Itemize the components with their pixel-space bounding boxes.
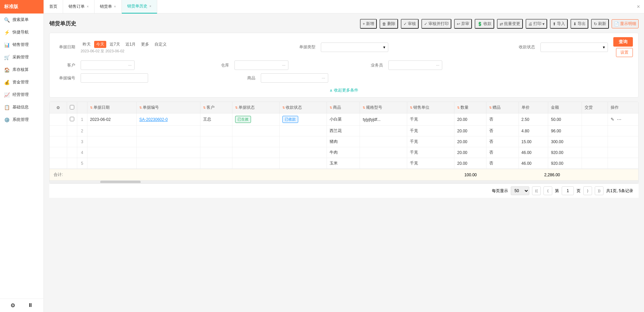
date-opt-yesterday[interactable]: 昨天 (81, 41, 93, 48)
th-doc-no[interactable]: ⇅ 单据编号 (137, 102, 200, 113)
th-customer[interactable]: ⇅ 客户 (200, 102, 232, 113)
th-date[interactable]: ⇅ 单据日期 (87, 102, 136, 113)
td-transaction-2 (582, 126, 608, 136)
doc-no-link-1[interactable]: SA-20230602-0 (139, 117, 168, 122)
sidebar-item-operations[interactable]: 📈 经营管理 (0, 88, 44, 101)
date-sort: ⇅ 单据日期 (90, 105, 134, 110)
date-opt-1month[interactable]: 近1月 (123, 41, 138, 48)
sidebar-bottom-icon1[interactable]: ⚙ (10, 302, 15, 309)
td-actions-3 (608, 136, 638, 147)
collect-status-sort: ⇅ 收款状态 (282, 105, 324, 110)
tab-sales-order-close[interactable]: × (87, 5, 89, 8)
select-all-checkbox[interactable] (70, 105, 74, 109)
collect-button[interactable]: 💲 收款 (475, 19, 494, 29)
th-settings[interactable]: ⚙ (50, 102, 67, 113)
customer-dots[interactable]: ··· (128, 63, 132, 68)
tab-home[interactable]: 首页 (44, 0, 63, 14)
horizontal-scrollbar[interactable] (50, 180, 638, 183)
sidebar-bottom-icon2[interactable]: ⏸ (28, 302, 33, 309)
th-gift[interactable]: ⇅ 赠品 (486, 102, 519, 113)
audit-print-button[interactable]: ✓ 审核并打印 (421, 19, 451, 29)
refresh-button[interactable]: ↻ 刷新 (591, 19, 609, 29)
sidebar-item-inventory[interactable]: 🏠 库存核算 (0, 63, 44, 76)
tab-sales-history[interactable]: 销货单历史 × (122, 0, 157, 14)
filter-panel: 单据日期 昨天 今天 近7天 近1月 更多 自定义 2023-06-02 至 2… (49, 33, 639, 98)
tab-bar-close-all[interactable]: × (633, 4, 644, 10)
th-doc-status[interactable]: ⇅ 单据状态 (232, 102, 279, 113)
tab-sales-invoice[interactable]: 销货单 × (94, 0, 122, 14)
td-gift-1: 否 (486, 113, 519, 126)
th-quantity[interactable]: ⇅ 数量 (454, 102, 486, 113)
last-page-button[interactable]: ⟩⟩ (595, 186, 604, 195)
sidebar-item-search-menu[interactable]: 🔍 搜索菜单 (0, 14, 44, 26)
td-date-1: 2023-06-02 (87, 113, 136, 126)
td-doc-no-1[interactable]: SA-20230602-0 (137, 113, 200, 126)
sidebar-item-basic-info[interactable]: 📋 基础信息 (0, 101, 44, 113)
goods-sort: ⇅ 商品 (330, 105, 357, 110)
abandon-button[interactable]: ↩ 弃审 (454, 19, 472, 29)
action-icons-1: ✎ ⋯ (611, 117, 636, 122)
sidebar-item-label: 搜索菜单 (12, 17, 29, 23)
td-collect-status-3 (279, 136, 327, 147)
tab-sales-invoice-close[interactable]: × (114, 5, 116, 8)
per-page-select[interactable]: 50 100 200 (511, 186, 529, 195)
td-amount-4: 920.00 (548, 147, 582, 158)
sort-icon: ⇅ (139, 106, 142, 109)
warehouse-dots[interactable]: ··· (282, 63, 285, 68)
td-unit-price-4: 46.00 (519, 147, 548, 158)
th-goods[interactable]: ⇅ 商品 (327, 102, 360, 113)
sidebar-item-sales-mgmt[interactable]: 📊 销售管理 (0, 38, 44, 51)
date-opt-more[interactable]: 更多 (139, 41, 151, 48)
setup-button[interactable]: 设置 (616, 48, 633, 57)
add-button[interactable]: + 新增 (360, 19, 377, 29)
th-unit[interactable]: ⇅ 销售单位 (407, 102, 454, 113)
sort-icon: ⇅ (90, 106, 93, 109)
delete-icon: 🗑 (382, 22, 386, 26)
tab-sales-order[interactable]: 销售订单 × (63, 0, 94, 14)
date-opt-today[interactable]: 今天 (94, 41, 106, 48)
import-button[interactable]: ⬆ 导入 (550, 19, 568, 29)
td-settings-3 (50, 136, 67, 147)
query-setup-group: 查询 设置 (613, 37, 633, 57)
td-spec-5 (360, 158, 407, 169)
doc-type-select[interactable]: ▾ (321, 43, 388, 52)
batch-change-button[interactable]: ⇄ 批量变更 (497, 19, 523, 29)
td-settings-4 (50, 147, 67, 158)
display-detail-button[interactable]: 📄 显示明细 (612, 19, 639, 28)
sidebar-item-system[interactable]: ⚙️ 系统管理 (0, 113, 44, 126)
date-opt-custom[interactable]: 自定义 (152, 41, 169, 48)
sidebar-item-finance[interactable]: 💰 资金管理 (0, 76, 44, 88)
tab-sales-history-close[interactable]: × (149, 4, 151, 8)
query-button[interactable]: 查询 (613, 37, 633, 47)
spec-sort: ⇅ 规格型号 (363, 105, 404, 110)
collect-status-select[interactable]: ▾ (540, 43, 608, 52)
next-page-button[interactable]: ⟩ (583, 186, 592, 195)
sidebar-item-quick-nav[interactable]: ⚡ 快捷导航 (0, 26, 44, 38)
batch-change-icon: ⇄ (500, 22, 503, 26)
date-opt-7days[interactable]: 近7天 (108, 41, 122, 48)
page-number-input[interactable] (562, 186, 574, 195)
more-icon-1[interactable]: ⋯ (617, 117, 621, 122)
audit-button[interactable]: ✓ 审核 (401, 19, 419, 29)
sidebar: 标准版 🔍 搜索菜单 ⚡ 快捷导航 📊 销售管理 🛒 采购管理 🏠 库存核算 💰… (0, 0, 44, 312)
td-goods-5: 玉米 (327, 158, 360, 169)
abandon-icon: ↩ (457, 22, 460, 26)
total-info: 共1页, 5条记录 (606, 188, 633, 194)
scrollbar-thumb[interactable] (100, 181, 141, 183)
th-spec[interactable]: ⇅ 规格型号 (360, 102, 407, 113)
print-button[interactable]: 🖨 打印 ▾ (526, 19, 547, 29)
prev-page-button[interactable]: ⟨ (543, 186, 552, 195)
goods-dots[interactable]: ··· (322, 76, 325, 80)
table-row: 5 玉米 千克 20.00 否 46.00 920.00 (50, 158, 638, 169)
collapse-button[interactable]: ∧ 收起更多条件 (330, 87, 358, 93)
th-collect-status[interactable]: ⇅ 收款状态 (279, 102, 327, 113)
edit-icon-1[interactable]: ✎ (611, 117, 614, 122)
sales-rep-dots[interactable]: ··· (436, 63, 439, 68)
search-menu-icon: 🔍 (4, 17, 10, 23)
sidebar-item-purchase-mgmt[interactable]: 🛒 采购管理 (0, 51, 44, 63)
delete-button[interactable]: 🗑 删除 (380, 19, 398, 29)
row-checkbox-1[interactable] (70, 117, 74, 121)
first-page-button[interactable]: ⟨⟨ (532, 186, 541, 195)
export-button[interactable]: ⬇ 导出 (570, 19, 588, 29)
doc-no-input[interactable] (81, 73, 148, 83)
